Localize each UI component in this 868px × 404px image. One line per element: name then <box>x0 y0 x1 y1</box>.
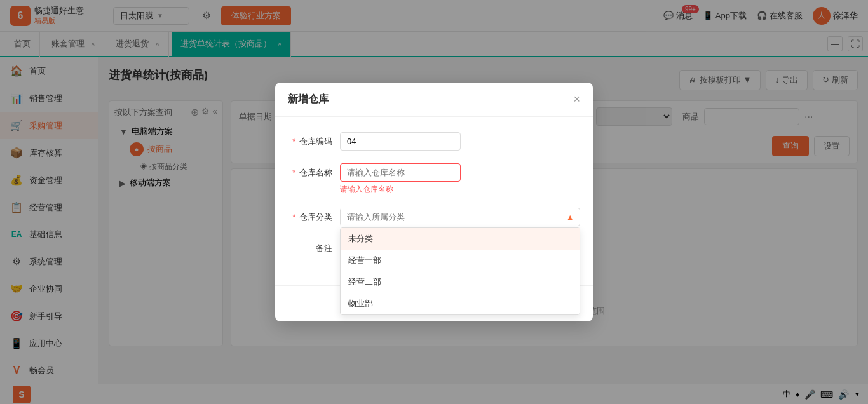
name-field: 请输入仓库名称 <box>340 163 580 195</box>
form-row-code: * 仓库编码 <box>288 132 580 151</box>
dropdown-option-1[interactable]: 经营一部 <box>341 250 580 271</box>
category-input[interactable] <box>341 208 560 226</box>
code-field <box>340 132 580 151</box>
code-input[interactable] <box>340 132 461 151</box>
name-input[interactable] <box>340 163 461 182</box>
modal-close-btn[interactable]: × <box>573 93 580 106</box>
dropdown-option-3[interactable]: 物业部 <box>341 293 580 314</box>
category-dropdown-list: 未分类 经营一部 经营二部 物业部 <box>340 227 580 315</box>
category-label: * 仓库分类 <box>288 208 332 223</box>
form-row-name: * 仓库名称 请输入仓库名称 <box>288 163 580 195</box>
modal-header: 新增仓库 × <box>275 83 593 117</box>
name-label: * 仓库名称 <box>288 163 332 178</box>
category-dropdown: ▲ 未分类 经营一部 经营二部 物业部 <box>340 208 580 226</box>
code-label: * 仓库编码 <box>288 132 332 147</box>
new-warehouse-modal: 新增仓库 × * 仓库编码 * 仓库名称 <box>275 83 593 321</box>
dropdown-option-0[interactable]: 未分类 <box>341 228 580 250</box>
name-error-text: 请输入仓库名称 <box>340 184 580 195</box>
category-arrow-btn[interactable]: ▲ <box>560 212 580 222</box>
modal-overlay[interactable]: 新增仓库 × * 仓库编码 * 仓库名称 <box>0 0 868 404</box>
form-row-category: * 仓库分类 ▲ 未分类 经营一部 经营二部 物业部 <box>288 208 580 226</box>
category-input-row: ▲ <box>340 208 580 226</box>
modal-title: 新增仓库 <box>288 93 329 106</box>
note-label: 备注 <box>288 239 332 254</box>
dropdown-option-2[interactable]: 经营二部 <box>341 271 580 293</box>
modal-body: * 仓库编码 * 仓库名称 请输入仓库名称 <box>275 117 593 285</box>
